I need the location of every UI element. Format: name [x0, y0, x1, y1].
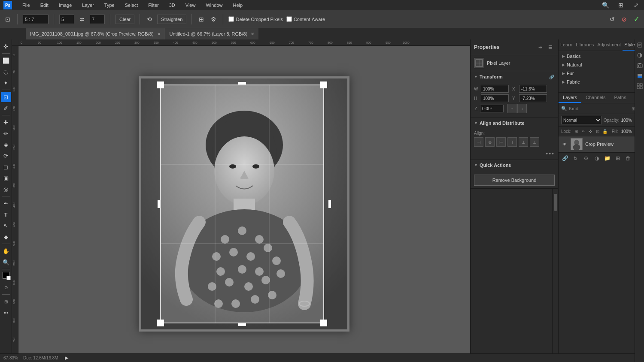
align-left-btn[interactable]: ⊣ — [474, 137, 483, 147]
more-align-btn[interactable]: ••• — [546, 150, 555, 157]
menu-filter[interactable]: Filter — [146, 3, 160, 8]
magic-wand-tool[interactable]: ✦ — [1, 78, 11, 88]
aspect-ratio-input[interactable] — [23, 15, 49, 24]
blend-mode-select[interactable]: Normal — [561, 116, 602, 124]
tab-libraries[interactable]: Libraries — [574, 39, 595, 51]
path-select-tool[interactable]: ↖ — [1, 220, 11, 231]
tab-second[interactable]: Untitled-1 @ 66.7% (Layer 8, RGB/8) ✕ — [165, 28, 259, 39]
workspace-icon[interactable]: ⊞ — [617, 1, 625, 9]
move-tool[interactable]: ✜ — [1, 41, 11, 51]
style-group-natural-header[interactable]: ▶ Natural — [562, 61, 631, 68]
blur-tool[interactable]: ◎ — [1, 184, 11, 194]
channels-tab[interactable]: Channels — [581, 93, 610, 103]
new-fill-layer-icon[interactable]: ◑ — [593, 154, 601, 162]
scroll-bar[interactable]: ▾ — [552, 189, 558, 362]
lock-paint-icon[interactable]: ✏ — [581, 128, 585, 134]
menu-edit[interactable]: Edit — [39, 3, 50, 8]
shape-tool[interactable]: ◆ — [1, 232, 11, 242]
stamp-tool[interactable]: ◈ — [1, 139, 11, 150]
link-icon[interactable]: 🔗 — [549, 74, 555, 80]
layer-item-crop[interactable]: 👁 Crop Preview — [559, 136, 635, 152]
more-tools-icon[interactable]: ••• — [1, 308, 11, 318]
style-group-fur-header[interactable]: ▶ Fur — [562, 70, 631, 77]
lock-transparency-icon[interactable]: ⊞ — [574, 128, 578, 134]
delete-layer-icon[interactable]: 🗑 — [624, 154, 632, 162]
align-center-v-btn[interactable]: ⊥ — [519, 137, 528, 147]
delete-cropped-checkbox[interactable]: Delete Cropped Pixels — [228, 16, 283, 22]
scroll-thumb[interactable] — [554, 194, 557, 211]
clear-button[interactable]: Clear — [115, 15, 134, 24]
straighten-button[interactable]: Straighten — [157, 15, 186, 24]
tab-active-close[interactable]: ✕ — [157, 32, 161, 36]
expand-icon[interactable]: ⇥ — [536, 43, 544, 51]
angle-input[interactable] — [480, 105, 504, 112]
paths-tab[interactable]: Paths — [610, 93, 631, 103]
new-group-icon[interactable]: 📁 — [603, 154, 611, 162]
settings-icon[interactable]: ⚙ — [209, 15, 218, 24]
screen-mode-icon[interactable]: ⊞ — [1, 296, 11, 307]
align-right-btn[interactable]: ⊢ — [496, 137, 506, 147]
hand-tool[interactable]: ✋ — [1, 246, 11, 256]
eyedropper-tool[interactable]: ✐ — [1, 103, 11, 113]
menu-view[interactable]: View — [184, 3, 197, 8]
crop-tool[interactable]: ⊡ — [1, 92, 11, 102]
layer-effects-icon[interactable]: fx — [572, 154, 580, 162]
tab-adjustment[interactable]: Adjustment — [595, 39, 623, 51]
layer-visibility-icon[interactable]: 👁 — [561, 141, 568, 148]
layers-tab[interactable]: Layers — [559, 93, 581, 103]
panel-menu-icon[interactable]: ☰ — [546, 43, 555, 51]
align-header[interactable]: ▼ Align and Distribute — [471, 118, 558, 128]
y-input[interactable] — [519, 94, 547, 102]
menu-select[interactable]: Select — [123, 3, 140, 8]
remove-background-button[interactable]: Remove Background — [474, 175, 555, 186]
maximize-icon[interactable]: ⤢ — [632, 1, 641, 9]
status-expand-icon[interactable]: ▶ — [64, 355, 70, 361]
w-input[interactable] — [481, 85, 509, 93]
delete-cropped-input[interactable] — [228, 16, 234, 22]
layer-mask-icon[interactable]: ⊙ — [582, 154, 590, 162]
brush-tool[interactable]: ✏ — [1, 128, 11, 139]
menu-layer[interactable]: Layer — [80, 3, 96, 8]
lasso-tool[interactable]: ◌ — [1, 66, 11, 77]
align-top-btn[interactable]: ⊤ — [507, 137, 517, 147]
align-bottom-btn[interactable]: ⊥ — [530, 137, 539, 147]
tab-learn[interactable]: Learn — [559, 39, 574, 51]
menu-window[interactable]: Window — [204, 3, 224, 8]
h-input[interactable] — [481, 94, 509, 102]
eraser-tool[interactable]: ◻ — [1, 162, 11, 172]
lock-position-icon[interactable]: ✜ — [588, 128, 592, 134]
history-tool[interactable]: ⟳ — [1, 151, 11, 161]
content-aware-checkbox[interactable]: Content-Aware — [286, 16, 325, 22]
x-input[interactable] — [519, 85, 547, 93]
lock-artboard-icon[interactable]: ⊡ — [595, 128, 599, 134]
swap-icon[interactable]: ⇄ — [78, 15, 86, 24]
align-center-h-btn[interactable]: ⊕ — [485, 137, 495, 147]
pen-tool[interactable]: ✒ — [1, 198, 11, 208]
width-input[interactable] — [59, 15, 74, 24]
flip-h-btn[interactable]: ↔ — [507, 104, 516, 113]
transform-header[interactable]: ▼ Transform 🔗 — [471, 71, 558, 82]
properties-edge-icon[interactable] — [636, 41, 644, 49]
tab-active[interactable]: IMG_20201108_0001.jpg @ 67.8% (Crop Prev… — [26, 28, 165, 39]
text-tool[interactable]: T — [1, 209, 11, 220]
layers-edge-icon[interactable] — [636, 72, 644, 80]
grid-edge-icon[interactable] — [636, 82, 644, 90]
quick-actions-header[interactable]: ▼ Quick Actions — [471, 160, 558, 170]
select-rect-tool[interactable]: ⬜ — [1, 55, 11, 66]
lock-all-icon[interactable]: 🔒 — [602, 128, 608, 134]
grid-icon[interactable]: ⊞ — [197, 15, 206, 24]
heal-tool[interactable]: ✚ — [1, 117, 11, 127]
height-input[interactable] — [90, 15, 105, 24]
undo-icon[interactable]: ↺ — [608, 15, 617, 24]
link-layers-icon[interactable]: 🔗 — [561, 154, 569, 162]
menu-help[interactable]: Help — [231, 3, 245, 8]
flip-v-btn[interactable]: ↕ — [517, 104, 527, 113]
camera-icon[interactable] — [636, 62, 644, 69]
style-group-basics-header[interactable]: ▶ Basics — [562, 53, 631, 60]
layers-search-input[interactable] — [569, 106, 628, 111]
menu-3d[interactable]: 3D — [167, 3, 177, 8]
quick-mask-icon[interactable]: ⊙ — [1, 282, 11, 293]
menu-type[interactable]: Type — [103, 3, 116, 8]
search-icon[interactable]: 🔍 — [601, 1, 610, 9]
adjustment-edge-icon[interactable] — [636, 51, 644, 59]
